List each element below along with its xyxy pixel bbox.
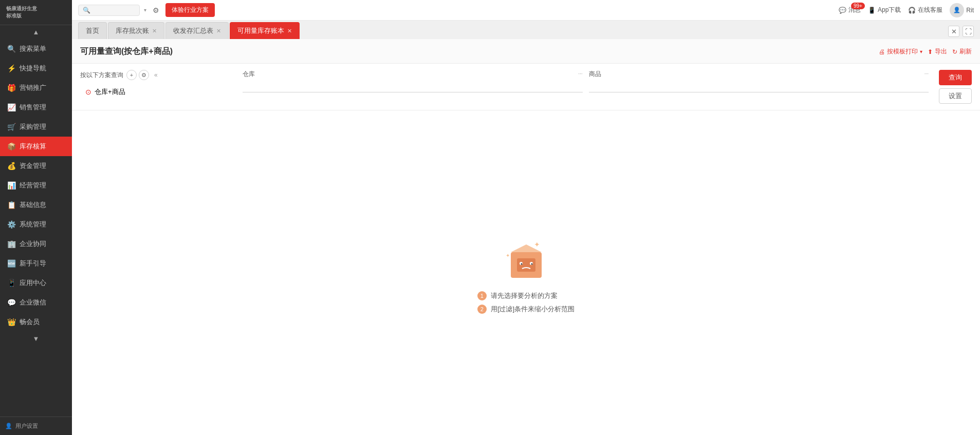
industry-solution-button[interactable]: 体验行业方案 [165,3,215,17]
tab-home-label: 首页 [86,26,99,35]
tab-recv-label: 收发存汇总表 [173,26,213,35]
topbar-search-box[interactable]: 🔍 [78,5,140,16]
sidebar-item-label: 新手引导 [20,259,46,268]
sidebar-item-search[interactable]: 🔍 搜索菜单 [0,39,72,59]
avatar-text: 👤 [953,7,960,13]
export-button[interactable]: ⬆ 导出 [928,47,947,56]
tip-2-text: 用[过滤]条件来缩小分析范围 [491,305,575,314]
sidebar-item-label: 营销推广 [20,83,46,92]
customer-service-item[interactable]: 🎧 在线客服 [908,6,942,14]
tab-expand-button[interactable]: ⛶ [963,26,974,37]
add-scheme-button[interactable]: + [126,70,137,80]
sidebar-item-enterprise[interactable]: 🏢 企业协同 [0,234,72,254]
sidebar-item-label: 系统管理 [20,220,46,229]
svg-point-6 [531,263,532,265]
sidebar-item-marketing[interactable]: 🎁 营销推广 [0,78,72,98]
print-icon: 🖨 [879,48,885,55]
sidebar-item-sales[interactable]: 📈 销售管理 [0,98,72,117]
scheme-item-warehouse-product[interactable]: ⊙ 仓库+商品 [80,84,234,100]
topbar: 🔍 ▾ ⚙ 体验行业方案 💬 消息 99+ 📱 App下载 🎧 在线客服 👤 [72,0,980,21]
warehouse-more-button[interactable]: ··· [578,71,582,77]
app-download-item[interactable]: 📱 App下载 [868,6,901,14]
search-icon: 🔍 [83,7,90,14]
finance-icon: 💰 [7,162,15,170]
filter-scheme-actions: + ⚙ [126,70,149,80]
collapse-scheme-icon[interactable]: « [154,71,158,79]
export-label: 导出 [935,47,947,56]
refresh-label: 刷新 [959,47,972,56]
tab-recv-summary[interactable]: 收发存汇总表 ✕ [165,22,229,39]
search-input[interactable] [93,7,134,14]
product-more-button[interactable]: ··· [924,71,929,77]
tab-recv-close-icon[interactable]: ✕ [216,28,221,34]
export-icon: ⬆ [928,48,933,55]
sidebar-item-quicknav[interactable]: ⚡ 快捷导航 [0,59,72,78]
sidebar-footer[interactable]: 👤 用户设置 [0,417,72,435]
page-content: 可用量查询(按仓库+商品) 🖨 按模板打印 ▾ ⬆ 导出 ↻ 刷新 [72,39,980,435]
sidebar-item-operations[interactable]: 📊 经营管理 [0,176,72,195]
sidebar-item-label: 搜索菜单 [20,44,46,53]
main-area: 🔍 ▾ ⚙ 体验行业方案 💬 消息 99+ 📱 App下载 🎧 在线客服 👤 [72,0,980,435]
tab-batch-label: 库存批次账 [116,26,149,35]
refresh-button[interactable]: ↻ 刷新 [952,47,972,56]
sidebar-item-enterwx[interactable]: 💬 企业微信 [0,293,72,312]
sidebar-item-system[interactable]: ⚙️ 系统管理 [0,215,72,234]
sidebar-item-label: 资金管理 [20,161,46,171]
tab-close-button[interactable]: ✕ [948,26,959,37]
query-button[interactable]: 查询 [939,70,972,85]
warehouse-input[interactable] [243,81,583,92]
app-edition: 标准版 [6,12,66,20]
enterwx-icon: 💬 [7,298,15,307]
template-print-button[interactable]: 🖨 按模板打印 ▾ [879,47,922,56]
dropdown-arrow-icon[interactable]: ▾ [144,7,146,13]
sidebar-item-label: 快捷导航 [20,64,46,73]
expand-icon: ⛶ [965,28,972,35]
sidebar-scroll-up[interactable]: ▲ [0,25,72,39]
filter-scheme-header: 按以下方案查询 + ⚙ « [80,70,234,80]
notification-item[interactable]: 💬 消息 99+ [839,6,861,14]
sidebar-item-label: 应用中心 [20,278,46,288]
empty-tip-1: 1 请先选择要分析的方案 [477,291,575,300]
settings-button[interactable]: 设置 [939,88,972,104]
product-input[interactable] [589,81,929,92]
sidebar-item-appcenter[interactable]: 📱 应用中心 [0,273,72,293]
settings-icon[interactable]: ⚙ [153,6,159,14]
print-dropdown-icon[interactable]: ▾ [920,49,922,54]
user-profile-item[interactable]: 👤 Rit [950,3,974,17]
empty-tips: 1 请先选择要分析的方案 2 用[过滤]条件来缩小分析范围 [477,291,575,314]
sidebar-item-inventory[interactable]: 📦 库存核算 [0,137,72,156]
tab-batch-close-icon[interactable]: ✕ [152,28,157,34]
settings-scheme-button[interactable]: ⚙ [139,70,149,80]
sidebar-scroll-down[interactable]: ▼ [0,332,72,346]
enterprise-icon: 🏢 [7,240,15,248]
user-icon: 👤 [5,423,12,429]
sidebar-item-label: 基础信息 [20,200,46,210]
tabs-actions: ✕ ⛶ [948,26,974,39]
footer-username: 用户设置 [15,422,38,430]
page-title: 可用量查询(按仓库+商品) [80,46,173,57]
filter-fields: 仓库 ··· 商品 ··· 查询 设置 [243,70,972,104]
sidebar-item-newguide[interactable]: 🆕 新手引导 [0,254,72,273]
empty-state: ✦ ✦ 1 请先选择要分析的方案 2 用[过滤]条件来缩小分析范围 [72,110,980,435]
marketing-icon: 🎁 [7,84,15,92]
sidebar-item-basicinfo[interactable]: 📋 基础信息 [0,195,72,215]
filter-action-buttons: 查询 设置 [939,70,972,104]
empty-tip-2: 2 用[过滤]条件来缩小分析范围 [477,305,575,314]
sidebar-item-membership[interactable]: 👑 畅会员 [0,312,72,332]
notification-badge: 99+ [851,3,865,9]
sales-icon: 📈 [7,103,15,111]
filter-area: 按以下方案查询 + ⚙ « ⊙ 仓库+商品 仓库 ··· [72,64,980,110]
tab-available-qty[interactable]: 可用量库存账本 ✕ [230,22,300,39]
sidebar-item-finance[interactable]: 💰 资金管理 [0,156,72,176]
filter-scheme-panel: 按以下方案查询 + ⚙ « ⊙ 仓库+商品 [80,70,234,104]
sidebar-item-purchase[interactable]: 🛒 采购管理 [0,117,72,137]
tab-available-close-icon[interactable]: ✕ [287,28,292,34]
close-icon: ✕ [951,28,957,35]
page-header-actions: 🖨 按模板打印 ▾ ⬆ 导出 ↻ 刷新 [879,47,972,56]
system-icon: ⚙️ [7,220,15,229]
tab-batch-account[interactable]: 库存批次账 ✕ [108,22,164,39]
headset-icon: 🎧 [908,7,916,14]
tab-home[interactable]: 首页 [78,22,107,39]
search-menu-icon: 🔍 [7,45,15,53]
scheme-item-icon: ⊙ [85,88,91,96]
